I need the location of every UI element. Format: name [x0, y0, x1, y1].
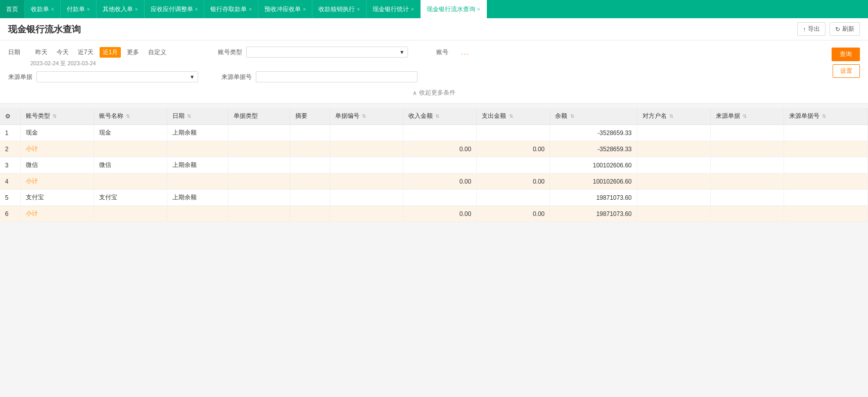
- refresh-icon: ↻: [835, 26, 840, 33]
- date-today[interactable]: 今天: [54, 47, 72, 58]
- date-1month[interactable]: 近1月: [100, 47, 121, 58]
- sort-icon-date[interactable]: ⇅: [187, 113, 191, 119]
- th-account-type: 账号类型 ⇅: [20, 108, 94, 125]
- sort-icon-balance[interactable]: ⇅: [570, 113, 574, 119]
- nav-tab-receipt[interactable]: 收款单 ×: [25, 0, 61, 18]
- cell-date: 上期余额: [167, 125, 229, 141]
- th-account-type-label: 账号类型: [26, 112, 50, 119]
- source-doc-select[interactable]: ▾: [36, 71, 198, 82]
- sort-icon-source-doc-no[interactable]: ⇅: [822, 113, 826, 119]
- sort-icon-account-name[interactable]: ⇅: [126, 113, 130, 119]
- nav-tab-bank-deposit[interactable]: 银行存取款单 ×: [204, 0, 258, 18]
- close-icon[interactable]: ×: [51, 7, 54, 12]
- query-button[interactable]: 查询: [832, 48, 860, 61]
- sort-icon-doc-no[interactable]: ⇅: [362, 113, 366, 119]
- cell-source-doc: [710, 173, 784, 190]
- nav-tab-payment[interactable]: 付款单 ×: [61, 0, 97, 18]
- th-summary: 摘要: [290, 108, 330, 125]
- cell-source-doc-no: [784, 157, 867, 173]
- close-icon[interactable]: ×: [135, 7, 138, 12]
- source-doc-no-input[interactable]: [256, 71, 418, 82]
- th-counterpart: 对方户名 ⇅: [637, 108, 710, 125]
- close-icon[interactable]: ×: [411, 7, 414, 12]
- date-yesterday[interactable]: 昨天: [32, 47, 51, 58]
- cell-index: 5: [0, 190, 20, 206]
- export-label: 导出: [808, 25, 820, 33]
- close-icon[interactable]: ×: [357, 7, 360, 12]
- table-row: 1现金现金上期余额-3528659.33: [0, 125, 868, 141]
- nav-tab-adjust[interactable]: 应收应付调整单 ×: [145, 0, 205, 18]
- filter-area: 日期 昨天 今天 近7天 近1月 更多 自定义 账号类型 ▾: [0, 40, 868, 104]
- refresh-button[interactable]: ↻ 刷新: [830, 22, 860, 36]
- th-doc-no-label: 单据编号: [335, 112, 359, 119]
- close-icon[interactable]: ×: [249, 7, 252, 12]
- th-date: 日期 ⇅: [167, 108, 229, 125]
- nav-tab-verify[interactable]: 收款核销执行 ×: [312, 0, 367, 18]
- other-income-label: 其他收入单: [103, 5, 133, 14]
- cell-index: 6: [0, 206, 20, 222]
- cell-doc-no: [330, 206, 403, 222]
- cell-account-type: 小计: [20, 206, 94, 222]
- cell-source-doc-no: [784, 141, 867, 157]
- cell-account-name: [94, 206, 167, 222]
- collapse-bar[interactable]: ∧ 收起更多条件: [8, 89, 860, 97]
- sort-icon-account-type[interactable]: ⇅: [53, 113, 57, 119]
- cell-summary: [290, 173, 330, 190]
- cell-account-name: [94, 141, 167, 157]
- nav-tab-prepay[interactable]: 预收冲应收单 ×: [258, 0, 312, 18]
- cashflow-label: 现金银行流水查询: [427, 5, 475, 14]
- cell-doc-no: [330, 190, 403, 206]
- filter-right: 查询 设置: [830, 47, 860, 78]
- cell-source-doc-no: [784, 173, 867, 190]
- cell-doc-type: [229, 206, 290, 222]
- page-title: 现金银行流水查询: [8, 23, 81, 35]
- settings-button[interactable]: 设置: [833, 64, 860, 78]
- cell-source-doc: [710, 125, 784, 141]
- cell-income: 0.00: [403, 206, 477, 222]
- th-source-doc-no-label: 来源单据号: [789, 112, 819, 119]
- export-button[interactable]: ↑ 导出: [797, 22, 826, 36]
- table-body: 1现金现金上期余额-3528659.332小计0.000.00-3528659.…: [0, 125, 868, 222]
- filter-main: 日期 昨天 今天 近7天 近1月 更多 自定义 账号类型 ▾: [8, 47, 860, 86]
- th-doc-type-label: 单据类型: [234, 112, 258, 119]
- home-label: 首页: [6, 5, 18, 14]
- close-icon[interactable]: ×: [195, 7, 198, 12]
- cell-account-name: 现金: [94, 125, 167, 141]
- sort-icon-counterpart[interactable]: ⇅: [669, 113, 673, 119]
- cell-counterpart: [637, 206, 710, 222]
- nav-tab-home[interactable]: 首页: [0, 0, 25, 18]
- cell-doc-type: [229, 190, 290, 206]
- gear-icon[interactable]: ⚙: [5, 113, 11, 120]
- refresh-label: 刷新: [842, 25, 854, 33]
- th-gear: ⚙: [0, 108, 20, 125]
- cell-account-type: 支付宝: [20, 190, 94, 206]
- cell-date: [167, 206, 229, 222]
- nav-tab-stats[interactable]: 现金银行统计 ×: [367, 0, 421, 18]
- date-filter-group: 日期 昨天 今天 近7天 近1月 更多 自定义: [8, 47, 169, 58]
- table-header: ⚙ 账号类型 ⇅ 账号名称 ⇅ 日期 ⇅ 单据类型 摘要: [0, 108, 868, 125]
- cell-source-doc: [710, 190, 784, 206]
- close-icon[interactable]: ×: [477, 7, 480, 12]
- sort-icon-income[interactable]: ⇅: [435, 113, 439, 119]
- th-account-name: 账号名称 ⇅: [94, 108, 167, 125]
- cell-index: 3: [0, 157, 20, 173]
- date-7days[interactable]: 近7天: [75, 47, 97, 58]
- date-range: 2023-02-24 至 2023-03-24: [30, 60, 96, 66]
- sort-icon-expense[interactable]: ⇅: [509, 113, 513, 119]
- payment-label: 付款单: [67, 5, 85, 14]
- cell-expense: 0.00: [477, 141, 550, 157]
- close-icon[interactable]: ×: [303, 7, 306, 12]
- collapse-up-icon: ∧: [413, 90, 417, 97]
- th-doc-no: 单据编号 ⇅: [330, 108, 403, 125]
- nav-tab-other-income[interactable]: 其他收入单 ×: [97, 0, 145, 18]
- sort-icon-source-doc[interactable]: ⇅: [743, 113, 747, 119]
- close-icon[interactable]: ×: [87, 7, 90, 12]
- cell-expense: [477, 190, 550, 206]
- date-custom[interactable]: 自定义: [145, 47, 169, 58]
- date-more[interactable]: 更多: [124, 47, 142, 58]
- cell-income: 0.00: [403, 141, 477, 157]
- account-type-select[interactable]: ▾: [246, 47, 408, 58]
- th-account-name-label: 账号名称: [99, 112, 123, 119]
- nav-tab-cashflow[interactable]: 现金银行流水查询 ×: [421, 0, 487, 18]
- account-ellipsis-button[interactable]: ...: [461, 48, 470, 56]
